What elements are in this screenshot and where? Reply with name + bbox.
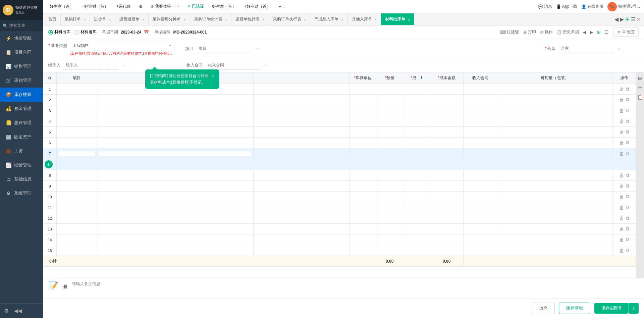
row-cost-amount-cell[interactable] — [430, 213, 464, 224]
row-available-qty-cell[interactable] — [497, 116, 612, 127]
topbar-yidaizhang[interactable]: +易代账 — [114, 2, 133, 11]
copy-row-icon[interactable]: ⧉ — [626, 248, 629, 253]
row-spec-cell[interactable] — [253, 192, 349, 202]
row-cost-amount-cell[interactable] — [430, 202, 464, 213]
row-project-cell[interactable] — [57, 202, 97, 213]
row-material-cell[interactable] — [97, 170, 254, 181]
row-unit-cell[interactable] — [350, 105, 376, 116]
settings-button[interactable]: ⚙ ⚙ 设置 — [613, 28, 639, 37]
row-cost-price-cell[interactable] — [403, 127, 430, 138]
business-type-select[interactable]: 工程领料 — [70, 41, 174, 50]
delete-row-icon[interactable]: 🗑 — [619, 194, 624, 200]
row-cost-price-cell[interactable] — [403, 148, 430, 159]
calendar-icon[interactable]: 📅 — [144, 30, 149, 35]
tab-material-issue[interactable]: 材料出库单× — [381, 13, 414, 25]
row-income-contract-cell[interactable] — [464, 148, 497, 159]
row-material-cell[interactable] — [97, 234, 254, 245]
topbar-online-service[interactable]: 👤 在线客服 — [581, 4, 603, 9]
row-project-cell[interactable] — [57, 148, 97, 159]
add-row-button[interactable]: + — [45, 160, 53, 168]
row-spec-cell[interactable] — [253, 116, 349, 127]
row-income-contract-cell[interactable] — [464, 95, 497, 105]
row-qty-cell[interactable] — [376, 127, 403, 138]
row-spec-cell[interactable] — [253, 202, 349, 213]
collapse-icon[interactable]: ◀◀ — [14, 308, 22, 314]
copy-row-icon[interactable]: ⧉ — [626, 118, 629, 124]
tab-goods-receipt[interactable]: 进货单× — [90, 13, 115, 25]
row-material-cell[interactable] — [97, 213, 254, 224]
topbar-user[interactable]: 🐾 畅捷通8号... — [607, 2, 640, 11]
print-btn[interactable]: 🖨 打印 — [523, 29, 536, 35]
tab-other-receipt[interactable]: 其他入库单× — [348, 13, 381, 25]
topbar-app-download[interactable]: 📱 App下载 — [556, 4, 577, 9]
warehouse-ellipsis[interactable]: … — [616, 44, 623, 51]
delete-row-icon[interactable]: 🗑 — [619, 183, 624, 189]
tab-close-goods-receipt[interactable]: × — [109, 17, 111, 21]
copy-row-icon[interactable]: ⧉ — [626, 97, 629, 103]
row-project-cell[interactable] — [57, 170, 97, 181]
row-unit-cell[interactable] — [350, 213, 376, 224]
row-qty-cell[interactable] — [376, 116, 403, 127]
topbar-ellipsis[interactable]: +… — [276, 3, 288, 10]
row-material-cell[interactable] — [97, 105, 254, 116]
tab-nav-next[interactable]: ▶ — [620, 16, 624, 22]
topbar-more2[interactable]: +好业财（首） — [241, 2, 273, 11]
sidebar-item-inventory[interactable]: 📦 库存核算 — [0, 88, 43, 102]
topbar-settings-icon[interactable]: ⚙ — [136, 3, 145, 10]
tab-close-material-issue[interactable]: × — [408, 17, 410, 21]
row-available-qty-cell[interactable] — [497, 192, 612, 202]
topbar-message[interactable]: 💬 消息 — [538, 4, 552, 9]
row-income-contract-cell[interactable] — [464, 170, 497, 181]
row-unit-cell[interactable] — [350, 84, 376, 95]
warehouse-input[interactable] — [558, 44, 614, 53]
radio-material-return[interactable]: 材料退库 — [74, 29, 97, 35]
topbar-haoshengyi[interactable]: 好生意（首） — [47, 2, 76, 11]
row-project-cell[interactable] — [57, 192, 97, 202]
row-available-qty-cell[interactable] — [497, 105, 612, 116]
tab-close-purchase-order[interactable]: × — [84, 17, 86, 21]
right-panel-icon-3[interactable]: 📋 — [637, 94, 643, 100]
handler-ellipsis[interactable]: … — [121, 60, 128, 67]
row-cost-amount-cell[interactable] — [430, 138, 464, 148]
row-available-qty-cell[interactable] — [497, 181, 612, 192]
save-draft-button[interactable]: 保存草稿 — [559, 303, 590, 314]
row-available-qty-cell[interactable] — [497, 138, 612, 148]
tab-goods-return[interactable]: 进货退货单× — [115, 13, 149, 25]
delete-row-icon[interactable]: 🗑 — [619, 97, 624, 103]
row-income-contract-cell[interactable] — [464, 181, 497, 192]
row-cost-amount-cell[interactable] — [430, 116, 464, 127]
row-cost-price-cell[interactable] — [403, 192, 430, 202]
row-qty-cell[interactable] — [376, 170, 403, 181]
row-project-cell[interactable] — [57, 224, 97, 234]
delete-row-icon[interactable]: 🗑 — [619, 119, 624, 124]
row-unit-cell[interactable] — [350, 138, 376, 148]
row-income-contract-cell[interactable] — [464, 202, 497, 213]
row-income-contract-cell[interactable] — [464, 116, 497, 127]
row-unit-cell[interactable] — [350, 224, 376, 234]
row-income-contract-cell[interactable] — [464, 138, 497, 148]
delete-row-icon[interactable]: 🗑 — [619, 173, 624, 178]
row-income-contract-cell[interactable] — [464, 245, 497, 256]
sidebar-item-project[interactable]: 📋 项目合同 — [0, 45, 43, 59]
delete-row-icon[interactable]: 🗑 — [619, 140, 624, 146]
row-qty-cell[interactable] — [376, 224, 403, 234]
row-spec-cell[interactable] — [253, 234, 349, 245]
delete-row-icon[interactable]: 🗑 — [619, 87, 624, 92]
row-unit-cell[interactable] — [350, 234, 376, 245]
tooltip-close[interactable]: × — [212, 73, 214, 79]
topbar-experience[interactable]: ⊙ 我要体验一下 — [148, 2, 182, 11]
row-cost-amount-cell[interactable] — [430, 245, 464, 256]
row-spec-cell[interactable] — [253, 105, 349, 116]
row-project-cell[interactable] — [57, 127, 97, 138]
row-income-contract-cell[interactable] — [464, 127, 497, 138]
row-unit-cell[interactable] — [350, 116, 376, 127]
row-cost-price-cell[interactable] — [403, 213, 430, 224]
tab-finished-goods[interactable]: 产成品入库单× — [310, 13, 347, 25]
row-project-cell[interactable] — [57, 245, 97, 256]
row-spec-cell[interactable] — [253, 127, 349, 138]
row-available-qty-cell[interactable] — [497, 170, 612, 181]
row-qty-cell[interactable] — [376, 95, 403, 105]
sidebar-item-system[interactable]: ⚙ 系统管理 — [0, 186, 43, 200]
topbar-more1[interactable]: 好生意（首） — [209, 2, 239, 11]
sidebar-item-payroll[interactable]: 💼 工资 — [0, 144, 43, 158]
